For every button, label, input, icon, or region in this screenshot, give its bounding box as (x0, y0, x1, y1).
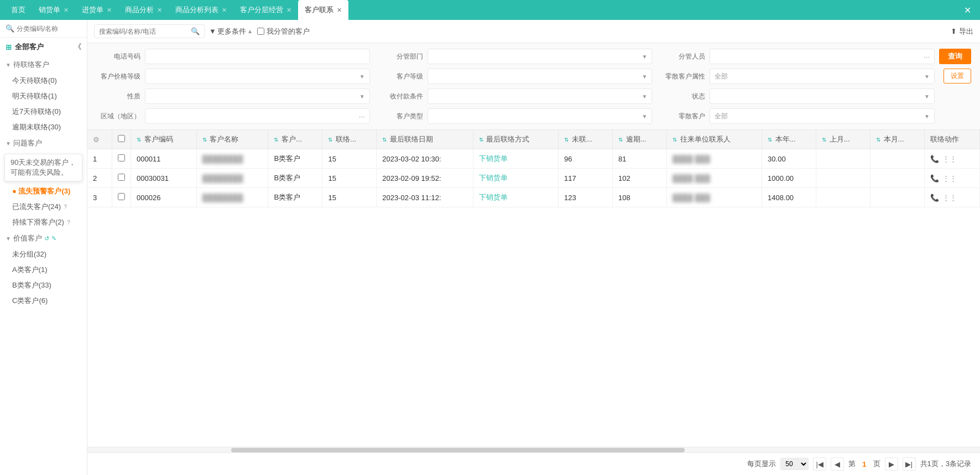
query-button[interactable]: 查询 (939, 49, 971, 64)
last-method-link[interactable]: 下销货单 (479, 154, 508, 163)
tab-close-customer-layer[interactable]: ✕ (286, 7, 291, 14)
customer-type-select[interactable]: ▼ (428, 108, 653, 124)
filter-icon: ▼ (209, 27, 216, 35)
tab-customer-layer[interactable]: 客户分层经营 ✕ (233, 0, 298, 20)
select-all-checkbox[interactable] (118, 135, 125, 142)
more-dots-icon2[interactable]: ··· (359, 112, 365, 121)
action-more-icon[interactable]: ⋮⋮ (942, 194, 957, 202)
tab-close-customer-contact[interactable]: ✕ (337, 7, 342, 14)
action-contact-icon[interactable]: 📞 (930, 174, 939, 182)
search-icon: 🔍 (6, 24, 14, 33)
settings-button[interactable]: 设置 (943, 69, 971, 83)
retail-customer-select[interactable]: 全部 ▼ (710, 108, 935, 124)
filter-retail-customer: 零散客户 全部 ▼ (661, 108, 935, 124)
action-more-icon[interactable]: ⋮⋮ (942, 155, 957, 163)
row-checkbox[interactable] (118, 193, 125, 200)
th-type: ⇅ 客户... (268, 130, 322, 149)
chevron-down-icon8: ▼ (642, 113, 647, 119)
sidebar-item-churn-warning[interactable]: ● 流失预警客户(3) (0, 184, 87, 199)
nature-select[interactable]: ▼ (145, 88, 370, 104)
last-method-link[interactable]: 下销货单 (479, 174, 508, 182)
my-customers-check[interactable] (257, 28, 264, 35)
row-checkbox[interactable] (118, 154, 125, 161)
status-select[interactable]: ▼ (710, 88, 935, 104)
last-method-link[interactable]: 下销货单 (479, 193, 508, 201)
sidebar-item-c-class[interactable]: C类客户(6) (0, 293, 87, 309)
filter-phone: 电话号码 (96, 49, 370, 64)
tab-home[interactable]: 首页 (4, 0, 32, 20)
sort-icon8: ⇅ (618, 137, 623, 143)
sidebar-item-7days[interactable]: 近7天待联络(0) (0, 104, 87, 119)
group-pending-title[interactable]: ▼ 待联络客户 (0, 56, 87, 73)
customer-level-select[interactable]: ▼ (428, 69, 653, 84)
export-btn[interactable]: ⬆ 导出 (951, 27, 973, 36)
table-row: 3 000026 ████████ B类客户 15 2023-02-03 11:… (87, 188, 980, 207)
next-page-btn[interactable]: ▶ (885, 457, 898, 471)
sort-icon3: ⇅ (274, 137, 278, 143)
refresh-icon[interactable]: ↺ (44, 235, 49, 242)
cell-last-month (816, 149, 870, 169)
th-uncontacted: ⇅ 未联... (559, 130, 613, 149)
sidebar-item-ungroup[interactable]: 未分组(32) (0, 247, 87, 262)
search-btn-icon[interactable]: 🔍 (191, 27, 200, 35)
sidebar-item-today[interactable]: 今天待联络(0) (0, 73, 87, 88)
th-contact-person: ⇅ 往来单位联系人 (666, 130, 762, 149)
action-contact-icon[interactable]: 📞 (930, 194, 939, 202)
action-contact-icon[interactable]: 📞 (930, 155, 939, 163)
prev-page-btn[interactable]: ◀ (831, 457, 844, 471)
sidebar-item-overdue[interactable]: 逾期未联络(30) (0, 119, 87, 135)
close-window-btn[interactable]: ✕ (960, 5, 976, 15)
tab-purchase[interactable]: 进货单 ✕ (75, 0, 118, 20)
cell-type: B类客户 (268, 188, 322, 207)
search-input[interactable] (99, 28, 189, 35)
last-page-btn[interactable]: ▶| (903, 457, 916, 471)
cell-last-date: 2023-02-03 11:12: (377, 188, 473, 207)
sidebar-item-tomorrow[interactable]: 明天待联络(1) (0, 88, 87, 104)
chevron-down-icon2: ▼ (359, 74, 365, 80)
group-problem-title[interactable]: ▼ 问题客户 (0, 135, 87, 152)
th-overdue: ⇅ 逾期... (613, 130, 667, 149)
row-checkbox[interactable] (118, 174, 125, 181)
more-conditions-btn[interactable]: ▼ 更多条件 ▲ (209, 27, 253, 36)
horizontal-scrollbar[interactable] (87, 447, 980, 452)
tab-close-sales[interactable]: ✕ (64, 7, 69, 14)
tab-sales[interactable]: 销货单 ✕ (32, 0, 75, 20)
page-size-select[interactable]: 50 100 (780, 458, 809, 470)
person-select[interactable]: ··· (710, 49, 935, 64)
tab-analysis-list[interactable]: 商品分析列表 ✕ (169, 0, 233, 20)
cell-contact-person: ████ ███ (666, 169, 762, 188)
retail-attr-select[interactable]: 全部 ▼ (710, 69, 935, 84)
cell-seq: 1 (87, 149, 112, 169)
sidebar-item-declining[interactable]: 持续下滑客户(2) ? (0, 215, 87, 230)
sidebar-root[interactable]: ⊞ 全部客户 《 (0, 38, 87, 56)
tab-analysis[interactable]: 商品分析 ✕ (118, 0, 169, 20)
action-more-icon[interactable]: ⋮⋮ (942, 174, 957, 182)
payment-select[interactable]: ▼ (428, 88, 653, 104)
my-customers-checkbox[interactable]: 我分管的客户 (257, 27, 310, 36)
price-level-select[interactable]: ▼ (145, 69, 370, 84)
filter-person: 分管人员 ··· (661, 49, 935, 64)
filter-btn-group: 查询 设置 (939, 49, 971, 124)
tab-close-purchase[interactable]: ✕ (107, 7, 112, 14)
scrollbar-thumb[interactable] (231, 448, 685, 452)
sidebar-item-b-class[interactable]: B类客户(33) (0, 278, 87, 293)
group-value-title[interactable]: ▼ 价值客户 ↺ ✎ (0, 230, 87, 247)
first-page-btn[interactable]: |◀ (813, 457, 826, 471)
region-select[interactable]: ··· (145, 108, 370, 124)
edit-icon[interactable]: ✎ (51, 235, 56, 242)
table-settings-icon[interactable]: ⚙ (93, 135, 100, 144)
phone-input[interactable] (145, 49, 370, 64)
tab-customer-contact[interactable]: 客户联系 ✕ (298, 0, 348, 20)
sidebar-search-input[interactable] (17, 25, 81, 33)
cell-action: 📞 ⋮⋮ (924, 188, 979, 207)
cell-this-year: 30.00 (762, 149, 816, 169)
dept-select[interactable]: ▼ (428, 49, 653, 64)
tab-close-analysis-list[interactable]: ✕ (222, 7, 227, 14)
cell-code: 000026 (131, 188, 197, 207)
sidebar-item-churned[interactable]: 已流失客户(24) ? (0, 199, 87, 215)
more-dots-icon[interactable]: ··· (924, 53, 930, 61)
cell-this-month (870, 149, 924, 169)
sidebar-item-a-class[interactable]: A类客户(1) (0, 262, 87, 278)
filter-row-2: 客户价格等级 ▼ 客户等级 ▼ (96, 69, 935, 84)
tab-close-analysis[interactable]: ✕ (157, 7, 162, 14)
